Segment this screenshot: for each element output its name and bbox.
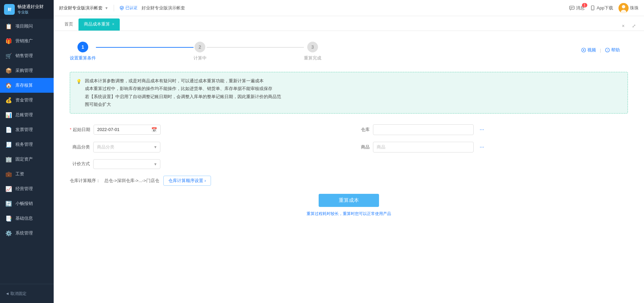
warehouse-order-label: 仓库计算顺序： [70, 178, 100, 184]
sidebar-item-asset[interactable]: 🏢 固定资产 [0, 152, 54, 167]
product-label: 商品 [353, 144, 370, 150]
phone-icon [590, 5, 595, 11]
sidebar-item-expense[interactable]: 🔄 小畅报销 [0, 196, 54, 211]
sidebar-item-label: 库存核算 [15, 82, 33, 88]
category-field: 商品分类 商品分类 ▾ [70, 142, 345, 153]
steps-container: 1 设置重算条件 2 计算中 3 重算完成 [70, 42, 321, 61]
sidebar-item-label: 工资 [15, 171, 24, 177]
sidebar-item-label: 总账管理 [15, 112, 33, 118]
price-method-field: 计价方式 ▾ [70, 159, 628, 169]
start-date-value: 2022-07-01 [97, 127, 120, 132]
price-method-arrow: ▾ [154, 162, 157, 167]
logo-icon: 财 [4, 4, 15, 15]
product-input[interactable]: 商品 [373, 142, 474, 153]
verified-label: 已认证 [125, 5, 138, 11]
tab-close-button[interactable]: × [112, 22, 114, 27]
sidebar-item-tax[interactable]: 🧾 税务管理 [0, 137, 54, 152]
step-2-label: 计算中 [194, 55, 207, 61]
tab-cost-recalc-label: 商品成本重算 [84, 21, 110, 27]
start-date-input[interactable]: 2022-07-01 📅 [94, 125, 161, 135]
category-select[interactable]: 商品分类 ▾ [93, 142, 160, 153]
warehouse-dots-button[interactable]: ··· [477, 127, 487, 133]
help-link[interactable]: ? 帮助 [605, 47, 620, 53]
sidebar-item-label: 系统管理 [15, 230, 33, 236]
warehouse-arrow-icon: › [205, 178, 206, 183]
start-date-field: * 起始日期 2022-07-01 📅 [70, 125, 345, 135]
sidebar-item-label: 项目顾问 [15, 23, 33, 29]
warehouse-label: 仓库 [353, 127, 370, 133]
sidebar: 财 畅捷通好业财 专业版 📋 项目顾问 🎁 营销推广 🛒 销售管理 📦 采购管理… [0, 0, 54, 303]
start-date-label: * 起始日期 [70, 127, 90, 133]
accounting-icon: 📊 [5, 112, 12, 118]
form-row-1: * 起始日期 2022-07-01 📅 仓库 ··· [70, 124, 628, 135]
sidebar-item-sales[interactable]: 🛒 销售管理 [0, 48, 54, 63]
finance-icon: 💰 [5, 97, 12, 103]
category-dropdown-arrow: ▾ [154, 144, 157, 149]
logo-text: 畅捷通好业财 专业版 [17, 4, 44, 14]
main-content: 好业财专业版演示帐套 ▼ 已认证 好业财专业版演示帐套 消息 1 [54, 0, 644, 303]
user-avatar[interactable]: 珠珠 [619, 3, 639, 13]
help-label: 帮助 [611, 47, 620, 53]
sidebar-item-basic[interactable]: 📑 基础信息 [0, 211, 54, 226]
warehouse-order-settings-button[interactable]: 仓库计算顺序设置 › [163, 176, 211, 186]
category-label: 商品分类 [70, 144, 90, 150]
purchase-icon: 📦 [5, 68, 12, 74]
svg-text:?: ? [607, 49, 608, 52]
product-field: 商品 商品 ··· [353, 142, 628, 153]
sidebar-item-label: 资金管理 [15, 97, 33, 103]
user-name: 珠珠 [630, 5, 639, 11]
app-download-button[interactable]: App下载 [590, 5, 613, 11]
sidebar-item-system[interactable]: ⚙️ 系统管理 [0, 226, 54, 241]
sidebar-item-accounting[interactable]: 📊 总账管理 [0, 107, 54, 122]
sidebar-item-label: 基础信息 [15, 215, 33, 221]
video-help-link[interactable]: 视频 [581, 47, 596, 53]
account-dropdown-arrow: ▼ [105, 6, 108, 10]
svg-rect-0 [570, 6, 574, 9]
topbar-actions: 消息 1 App下载 珠珠 [569, 3, 639, 13]
category-placeholder: 商品分类 [97, 144, 114, 150]
sidebar-nav: 📋 项目顾问 🎁 营销推广 🛒 销售管理 📦 采购管理 🏠 库存核算 💰 资金管… [0, 19, 54, 284]
sidebar-item-label: 营销推广 [15, 38, 33, 44]
warehouse-order-row: 仓库计算顺序： 总仓->深圳仓库->...->门店仓 仓库计算顺序设置 › [70, 176, 628, 186]
shield-icon [119, 6, 124, 10]
submit-area: 重算成本 重算过程耗时较长，重算时您可以正常使用产品 [70, 194, 628, 217]
sidebar-item-inventory[interactable]: 🏠 库存核算 [0, 78, 54, 93]
recalculate-button[interactable]: 重算成本 [319, 194, 379, 207]
svg-marker-7 [583, 49, 585, 51]
play-icon [581, 48, 586, 52]
sidebar-item-label: 发票管理 [15, 127, 33, 133]
sidebar-item-label: 采购管理 [15, 68, 33, 74]
tabs-bar: 首页 商品成本重算 × × ⤢ [54, 16, 644, 31]
tab-cost-recalc[interactable]: 商品成本重算 × [78, 18, 120, 31]
sidebar-item-label: 经营管理 [15, 186, 33, 192]
sidebar-item-salary[interactable]: 💼 工资 [0, 167, 54, 181]
message-button[interactable]: 消息 1 [569, 5, 585, 11]
salary-icon: 💼 [5, 171, 12, 177]
avatar-image [619, 3, 629, 13]
form-row-2: 商品分类 商品分类 ▾ 商品 商品 ··· [70, 142, 628, 153]
tab-home[interactable]: 首页 [59, 18, 78, 31]
sidebar-logo: 财 畅捷通好业财 专业版 [0, 0, 54, 19]
step-3-circle: 3 [307, 42, 318, 52]
inventory-icon: 🏠 [5, 82, 12, 89]
unpin-button[interactable]: ◄ 取消固定 [0, 288, 54, 300]
product-dots-button[interactable]: ··· [477, 144, 487, 150]
sidebar-item-label: 销售管理 [15, 53, 33, 59]
sidebar-item-operation[interactable]: 📈 经营管理 [0, 181, 54, 196]
sidebar-item-purchase[interactable]: 📦 采购管理 [0, 63, 54, 78]
close-window-button[interactable]: × [619, 21, 628, 31]
sidebar-item-invoice[interactable]: 📄 发票管理 [0, 122, 54, 137]
expand-window-button[interactable]: ⤢ [629, 21, 639, 31]
project-icon: 📋 [5, 23, 12, 30]
warehouse-input[interactable] [373, 124, 474, 135]
system-icon: ⚙️ [5, 230, 12, 236]
sidebar-item-marketing[interactable]: 🎁 营销推广 [0, 34, 54, 48]
page-content: 1 设置重算条件 2 计算中 3 重算完成 [54, 31, 644, 303]
topbar: 好业财专业版演示帐套 ▼ 已认证 好业财专业版演示帐套 消息 1 [54, 0, 644, 16]
help-icon: ? [605, 48, 610, 52]
account-selector[interactable]: 好业财专业版演示帐套 ▼ [59, 5, 108, 11]
sidebar-item-project[interactable]: 📋 项目顾问 [0, 19, 54, 34]
price-method-select[interactable]: ▾ [93, 159, 160, 169]
sidebar-item-finance[interactable]: 💰 资金管理 [0, 93, 54, 107]
calendar-icon[interactable]: 📅 [151, 127, 157, 132]
